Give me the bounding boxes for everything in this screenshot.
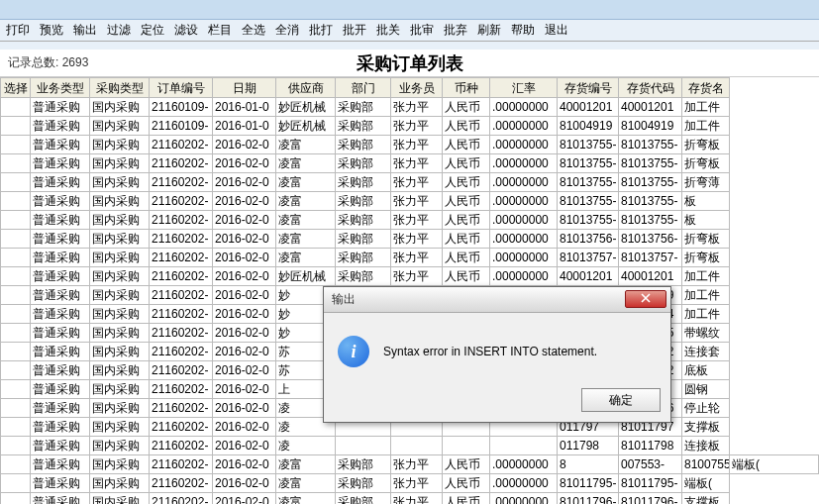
table-cell: 8 [558, 455, 619, 474]
table-row[interactable]: 普通采购国内采购21160202-2016-02-0凌富采购部张力平人民币.00… [1, 474, 819, 493]
table-cell: 凌富 [276, 249, 336, 267]
col-header[interactable]: 选择 [1, 78, 31, 98]
table-cell [1, 117, 31, 136]
col-header[interactable]: 采购类型 [90, 78, 150, 98]
table-cell: 人民币 [443, 117, 490, 136]
menu-filterset[interactable]: 滤设 [174, 22, 198, 39]
record-count-label: 记录总数: [8, 55, 58, 69]
table-cell: 21160109- [150, 98, 213, 117]
toolbar-spacer [0, 42, 819, 50]
menu-filter[interactable]: 过滤 [107, 22, 131, 39]
table-cell: .00000000 [490, 136, 558, 154]
menu-print[interactable]: 打印 [6, 22, 30, 39]
table-cell: 妙匠机械 [276, 117, 336, 136]
menu-locate[interactable]: 定位 [141, 22, 164, 39]
table-cell: 普通采购 [31, 98, 90, 117]
menu-batchabort[interactable]: 批弃 [444, 22, 467, 39]
table-cell [391, 437, 443, 455]
dialog-ok-button[interactable]: 确定 [581, 388, 661, 412]
col-header[interactable]: 汇率 [490, 78, 558, 98]
table-cell: 凌富 [276, 154, 336, 173]
table-cell [1, 399, 31, 418]
table-cell: .00000000 [490, 98, 558, 117]
table-cell: 加工件 [682, 286, 730, 305]
table-cell: 人民币 [443, 98, 490, 117]
table-cell: 国内采购 [90, 98, 150, 117]
table-cell: 007553- [619, 455, 682, 474]
table-cell: 人民币 [443, 249, 490, 267]
menu-selectall[interactable]: 全选 [242, 22, 265, 39]
table-row[interactable]: 普通采购国内采购21160202-2016-02-0凌富采购部张力平人民币.00… [1, 249, 819, 267]
table-row[interactable]: 普通采购国内采购21160202-2016-02-0凌富采购部张力平人民币.00… [1, 173, 819, 192]
menu-help[interactable]: 帮助 [511, 22, 535, 39]
col-header[interactable]: 部门 [336, 78, 391, 98]
table-cell: 人民币 [443, 455, 490, 474]
table-row[interactable]: 普通采购国内采购21160202-2016-02-0凌富采购部张力平人民币.00… [1, 154, 819, 173]
table-cell: 采购部 [336, 267, 391, 286]
col-header[interactable]: 业务类型 [31, 78, 90, 98]
table-row[interactable]: 普通采购国内采购21160202-2016-02-0凌富采购部张力平人民币.00… [1, 136, 819, 154]
content-area: 记录总数: 2693 采购订单列表 选择业务类型采购类型订单编号日期供应商部门业… [0, 50, 819, 504]
col-header[interactable]: 币种 [443, 78, 490, 98]
col-header[interactable]: 存货编号 [558, 78, 619, 98]
table-cell: 2016-02-0 [213, 173, 276, 192]
col-header[interactable]: 业务员 [391, 78, 443, 98]
menu-refresh[interactable]: 刷新 [477, 22, 501, 39]
table-row[interactable]: 普通采购国内采购21160202-2016-02-0凌富采购部张力平人民币.00… [1, 230, 819, 249]
table-row[interactable]: 普通采购国内采购21160202-2016-02-0凌富采购部张力平人民币.00… [1, 211, 819, 230]
table-cell: 折弯薄 [682, 173, 730, 192]
dialog-title: 输出 [328, 291, 356, 308]
record-count-value: 2693 [62, 55, 89, 69]
dialog-close-button[interactable] [625, 290, 666, 308]
table-row[interactable]: 普通采购国内采购21160202-2016-02-0凌富采购部张力平人民币.00… [1, 493, 819, 505]
table-cell [490, 437, 558, 455]
table-cell: 张力平 [391, 455, 443, 474]
table-cell: 张力平 [391, 211, 443, 230]
table-cell [1, 98, 31, 117]
menu-batchclose[interactable]: 批关 [376, 22, 400, 39]
table-cell [1, 136, 31, 154]
table-cell: 2016-02-0 [213, 305, 276, 324]
table-cell [1, 286, 31, 305]
table-row[interactable]: 普通采购国内采购21160202-2016-02-0妙匠机械采购部张力平人民币.… [1, 267, 819, 286]
table-cell: 采购部 [336, 98, 391, 117]
col-header[interactable]: 存货名 [682, 78, 730, 98]
table-cell: 21160202- [150, 493, 213, 505]
table-cell: 2016-02-0 [213, 418, 276, 437]
table-row[interactable]: 普通采购国内采购21160202-2016-02-0凌富采购部张力平人民币.00… [1, 455, 819, 474]
menu-preview[interactable]: 预览 [40, 22, 63, 39]
menu-deselectall[interactable]: 全消 [275, 22, 299, 39]
col-header[interactable]: 存货代码 [619, 78, 682, 98]
dialog-titlebar[interactable]: 输出 [324, 287, 670, 313]
menu-batchaudit[interactable]: 批审 [410, 22, 434, 39]
table-cell: 普通采购 [31, 361, 90, 380]
table-cell: 普通采购 [31, 267, 90, 286]
table-cell: 21160202- [150, 192, 213, 211]
table-row[interactable]: 普通采购国内采购21160202-2016-02-0凌0117988101179… [1, 437, 819, 455]
table-cell: 国内采购 [90, 230, 150, 249]
col-header[interactable]: 订单编号 [150, 78, 213, 98]
table-cell: 国内采购 [90, 474, 150, 493]
table-cell: .00000000 [490, 493, 558, 505]
col-header[interactable]: 日期 [213, 78, 276, 98]
table-cell: 81004919 [619, 117, 682, 136]
table-cell: 2016-02-0 [213, 324, 276, 343]
table-cell: 21160202- [150, 455, 213, 474]
table-cell [1, 361, 31, 380]
menu-export[interactable]: 输出 [73, 22, 97, 39]
table-cell: 张力平 [391, 192, 443, 211]
table-row[interactable]: 普通采购国内采购21160109-2016-01-0妙匠机械采购部张力平人民币.… [1, 117, 819, 136]
table-row[interactable]: 普通采购国内采购21160109-2016-01-0妙匠机械采购部张力平人民币.… [1, 98, 819, 117]
table-cell [1, 192, 31, 211]
table-cell: 国内采购 [90, 192, 150, 211]
col-header[interactable]: 供应商 [276, 78, 336, 98]
menu-batchopen[interactable]: 批开 [343, 22, 366, 39]
table-cell: 国内采购 [90, 286, 150, 305]
table-cell: 40001201 [558, 98, 619, 117]
table-cell: 采购部 [336, 249, 391, 267]
table-row[interactable]: 普通采购国内采购21160202-2016-02-0凌富采购部张力平人民币.00… [1, 192, 819, 211]
menu-batchprint[interactable]: 批打 [309, 22, 333, 39]
menu-exit[interactable]: 退出 [545, 22, 568, 39]
menu-columns[interactable]: 栏目 [208, 22, 232, 39]
table-cell: 人民币 [443, 173, 490, 192]
